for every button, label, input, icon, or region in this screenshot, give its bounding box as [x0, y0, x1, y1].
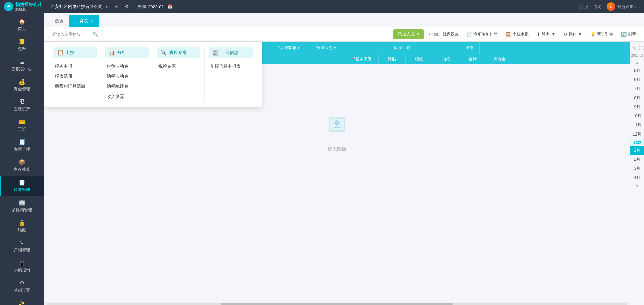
add-person-button[interactable]: 添加人员 ▼: [393, 29, 424, 39]
dm-item-income-calc[interactable]: 收入测算: [105, 91, 149, 102]
time-panel-month-7[interactable]: 7月: [630, 84, 644, 93]
tab-close-icon[interactable]: ✕: [90, 18, 93, 23]
time-panel-month-5[interactable]: 5月: [630, 66, 644, 75]
dm-item-tax-expert[interactable]: 税检专家: [157, 61, 200, 71]
dm-item-annual-report[interactable]: 年报信息申报表: [209, 61, 253, 71]
time-panel-month-1[interactable]: 1月: [630, 146, 644, 155]
dm-section-shenba: 📋 申报 税务申报 税表清册 所得税汇算清缴: [49, 47, 101, 102]
th-deduction[interactable]: 扣款: [432, 54, 459, 64]
settings-button[interactable]: ⚙: [123, 3, 131, 11]
refresh-button[interactable]: 🔄 刷新: [618, 30, 639, 38]
guide-icon: 💡: [590, 32, 596, 37]
social-security-label: 统一社保设置: [434, 31, 459, 37]
th-person-status[interactable]: *人员状态 ▼: [271, 42, 308, 54]
guide-button[interactable]: 💡 新手引导: [588, 30, 616, 38]
sidebar-item-close[interactable]: 🔒 结账: [0, 216, 44, 236]
close-panel-button[interactable]: ✕: [631, 44, 638, 52]
sidebar-item-tax-label: 税务管理: [14, 187, 30, 193]
export-button[interactable]: ⬇ 导出 ▼: [534, 30, 558, 38]
time-panel-scroll-down[interactable]: ▼: [630, 182, 644, 190]
sidebar-item-asset[interactable]: 🏗 固定资产: [0, 96, 44, 115]
search-wrap[interactable]: 🔍: [49, 30, 103, 38]
logo-text: 畅捷通好会计 旗舰版: [15, 2, 42, 11]
sidebar-item-fund[interactable]: 💰 资金管理: [0, 75, 44, 96]
sidebar-item-cloud-report[interactable]: ☁ 云报表中心: [0, 55, 44, 75]
tax-expert-icon: 🔍: [160, 49, 167, 56]
dm-item-tax-calc[interactable]: 所得税汇算清缴: [53, 81, 97, 91]
user-label: 畅捷通8组…: [617, 4, 640, 10]
tab-home[interactable]: 首页: [49, 15, 69, 27]
sidebar-item-multiorg[interactable]: 🏢 多机构管理: [0, 196, 44, 216]
period-value: 2023-01: [148, 4, 164, 9]
sidebar-item-ledger[interactable]: 📒 总账: [0, 35, 44, 55]
time-panel-month-12[interactable]: 12月: [630, 130, 644, 139]
refresh-label: 刷新: [628, 31, 636, 37]
time-panel-month-11[interactable]: 11月: [630, 121, 644, 130]
dm-item-tax-stats[interactable]: 纳税统计表: [105, 81, 149, 91]
sidebar-item-home-label: 首页: [18, 26, 26, 32]
time-panel-month-2[interactable]: 2月: [630, 155, 644, 164]
dm-item-tax-burden[interactable]: 税负波动表: [105, 61, 149, 71]
scrollbar-thumb[interactable]: [221, 303, 453, 305]
sidebar-item-inventory[interactable]: 📦 库存核算: [0, 156, 44, 176]
special-deduct-icon: 📄: [467, 32, 472, 37]
th-send-status[interactable]: 报送状态 ▼: [308, 42, 345, 54]
sidebar-item-basic-label: 基础设置: [14, 288, 30, 293]
sidebar-item-tax[interactable]: 📑 税务管理: [0, 176, 44, 196]
invoice-icon: 🧾: [18, 139, 25, 145]
scrollbar-track[interactable]: [46, 303, 627, 305]
time-panel-month-6[interactable]: 6月: [630, 75, 644, 84]
search-input[interactable]: [52, 32, 92, 37]
time-panel-month-3[interactable]: 3月: [630, 164, 644, 173]
add-person-dropdown-icon: ▼: [416, 32, 420, 36]
tax-report-button[interactable]: 🧮 个税申报: [503, 30, 531, 38]
sidebar-item-newguide[interactable]: ✨ 新手引导: [0, 297, 44, 305]
time-panel-month-9[interactable]: 9月: [630, 103, 644, 112]
sidebar-item-basic[interactable]: ⚙ 基础设置: [0, 276, 44, 297]
user-info[interactable]: U 畅捷通8组…: [607, 2, 640, 11]
sidebar-item-fund-label: 资金管理: [14, 86, 30, 92]
th-base-salary[interactable]: * *基本工资: [345, 54, 379, 64]
social-security-button[interactable]: ⚙ 统一社保设置: [426, 30, 461, 38]
th-deduction-label: 扣款: [442, 56, 450, 62]
headset-icon: 🎧: [579, 4, 584, 9]
time-panel-scroll-up[interactable]: ▲: [630, 59, 644, 66]
calendar-icon[interactable]: 📅: [167, 4, 173, 9]
time-panel-month-8[interactable]: 8月: [630, 93, 644, 103]
time-panel-month-10[interactable]: 10月: [630, 112, 644, 121]
dm-item-tax-wave[interactable]: 纳税波动表: [105, 71, 149, 81]
maximize-panel-button[interactable]: ⛶: [638, 44, 644, 52]
operation-dropdown-icon: ▼: [578, 32, 582, 37]
tab-payroll[interactable]: 工资表 ✕: [69, 15, 99, 27]
top-bar-actions: ＋ ⚙: [112, 3, 131, 11]
th-allowance[interactable]: 津贴: [379, 54, 406, 64]
th-performance[interactable]: 绩效: [406, 54, 432, 64]
special-deduct-label: 专项附加扣除: [473, 31, 498, 37]
filter-person-status-icon[interactable]: ▼: [297, 46, 300, 50]
support-button[interactable]: 🎧 人工咨询: [579, 4, 601, 10]
company-selector[interactable]: 西安虾米网络科技有限公司 ▼: [50, 4, 108, 10]
horizontal-scrollbar[interactable]: [44, 302, 630, 305]
th-send-status-label: 报送状态: [316, 45, 333, 51]
sidebar-item-xiaochang[interactable]: 📱 小畅报销: [0, 256, 44, 276]
home-icon: 🏠: [18, 18, 25, 25]
sidebar-item-home[interactable]: 🏠 首页: [0, 15, 44, 35]
user-avatar: U: [607, 2, 615, 11]
dm-item-tax-declare[interactable]: 税务申报: [53, 61, 97, 71]
top-bar-right: 🎧 人工咨询 U 畅捷通8组…: [579, 2, 640, 11]
add-company-button[interactable]: ＋: [112, 3, 120, 11]
th-total[interactable]: 合计: [459, 54, 486, 64]
special-deduct-button[interactable]: 📄 专项附加扣除: [464, 30, 500, 38]
sidebar-item-invoice[interactable]: 🧾 发票管理: [0, 136, 44, 156]
dm-item-tax-form[interactable]: 税表清册: [53, 71, 97, 81]
social-security-icon: ⚙: [429, 32, 433, 37]
close-period-icon: 🔒: [18, 220, 25, 226]
time-panel-month-4[interactable]: 4月: [630, 173, 644, 182]
operation-button[interactable]: ⚙ 操作 ▼: [561, 30, 585, 38]
filter-send-status-icon[interactable]: ▼: [333, 46, 337, 50]
sidebar-item-archive[interactable]: 🗂 归档管理: [0, 236, 44, 256]
sidebar-item-ledger-label: 总账: [18, 46, 26, 52]
sidebar-item-payroll[interactable]: 💳 工资: [0, 115, 44, 136]
th-pension[interactable]: 养老金: [486, 54, 513, 64]
period-label: 账期: [138, 4, 146, 10]
